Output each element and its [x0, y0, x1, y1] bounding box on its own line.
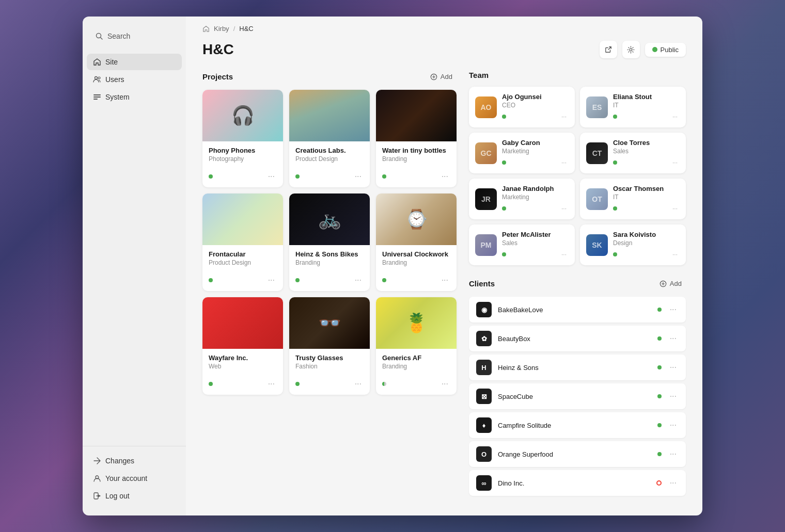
- project-card[interactable]: 👓 Trusty Glasses Fashion ···: [289, 297, 370, 395]
- project-card[interactable]: 🍍 Generics AF Branding ···: [376, 297, 457, 395]
- team-status-dot: [502, 206, 506, 211]
- team-role: Marketing: [502, 148, 569, 155]
- breadcrumb-parent[interactable]: Kirby: [214, 25, 229, 33]
- settings-button[interactable]: [622, 41, 640, 58]
- projects-add-button[interactable]: Add: [426, 71, 457, 83]
- project-card[interactable]: Creatious Labs. Product Design ···: [289, 90, 370, 187]
- team-more-button[interactable]: ···: [559, 158, 569, 167]
- team-footer: ···: [613, 250, 680, 259]
- team-card[interactable]: SK Sara Koivisto Design ···: [580, 224, 686, 265]
- project-more-button[interactable]: ···: [266, 171, 277, 182]
- project-more-button[interactable]: ···: [353, 171, 364, 182]
- team-footer: ···: [502, 204, 569, 213]
- project-name: Universal Clockwork: [382, 250, 450, 258]
- team-card[interactable]: GC Gaby Caron Marketing ···: [469, 133, 575, 173]
- team-footer: ···: [502, 250, 569, 259]
- team-status-dot: [613, 252, 617, 256]
- sidebar-item-system-label: System: [105, 93, 130, 101]
- client-row[interactable]: H Heinz & Sons ···: [469, 354, 686, 380]
- project-type: Branding: [382, 259, 450, 266]
- client-row[interactable]: O Orange Superfood ···: [469, 441, 686, 467]
- project-name: Frontacular: [209, 250, 277, 258]
- team-info: Peter McAlister Sales ···: [502, 231, 569, 259]
- project-thumbnail: [376, 90, 457, 141]
- project-type: Product Design: [295, 155, 364, 163]
- team-name: Ajo Ogunsei: [502, 93, 569, 101]
- project-card[interactable]: Frontacular Product Design ···: [202, 194, 283, 291]
- team-card[interactable]: AO Ajo Ogunsei CEO ···: [469, 87, 575, 127]
- client-more-button[interactable]: ···: [668, 420, 679, 431]
- clients-add-icon: [660, 280, 667, 287]
- project-more-button[interactable]: ···: [353, 378, 364, 390]
- team-more-button[interactable]: ···: [559, 204, 569, 213]
- client-more-button[interactable]: ···: [668, 304, 679, 315]
- project-more-button[interactable]: ···: [439, 378, 450, 390]
- team-more-button[interactable]: ···: [670, 250, 680, 259]
- project-info: Frontacular Product Design: [202, 245, 283, 271]
- client-row[interactable]: ◉ BakeBakeLove ···: [469, 297, 686, 323]
- status-label: Public: [661, 46, 679, 54]
- project-footer: ···: [202, 271, 283, 291]
- client-row[interactable]: ♦ Campfire Solitude ···: [469, 412, 686, 438]
- client-more-button[interactable]: ···: [668, 477, 679, 489]
- team-more-button[interactable]: ···: [670, 158, 680, 167]
- account-button[interactable]: Your account: [87, 470, 182, 487]
- client-status-dot: [657, 423, 662, 427]
- sidebar-item-users[interactable]: Users: [87, 71, 182, 88]
- team-card[interactable]: PM Peter McAlister Sales ···: [469, 224, 575, 265]
- main-content: Kirby / H&C H&C: [186, 17, 702, 515]
- client-row[interactable]: ∞ Dino Inc. ···: [469, 470, 686, 496]
- clients-add-button[interactable]: Add: [655, 278, 686, 289]
- changes-button[interactable]: Changes: [87, 453, 182, 469]
- team-card[interactable]: ES Eliana Stout IT ···: [580, 87, 686, 127]
- home-breadcrumb-icon: [202, 25, 210, 33]
- team-role: Sales: [502, 239, 569, 247]
- header-actions: Public: [600, 41, 686, 58]
- team-more-button[interactable]: ···: [670, 112, 680, 121]
- svg-rect-5: [93, 96, 101, 98]
- project-card[interactable]: 🎧 Phony Phones Photography ···: [202, 90, 283, 187]
- projects-add-label: Add: [441, 73, 452, 80]
- search-button[interactable]: Search: [87, 27, 182, 45]
- sidebar-item-system[interactable]: System: [87, 89, 182, 105]
- project-card[interactable]: ⌚ Universal Clockwork Branding ···: [376, 194, 457, 291]
- client-name: BeautyBox: [498, 335, 651, 343]
- clients-list: ◉ BakeBakeLove ··· ✿ BeautyBox ··· H Hei…: [469, 297, 686, 496]
- team-card[interactable]: CT Cloe Torres Sales ···: [580, 133, 686, 173]
- team-more-button[interactable]: ···: [670, 204, 680, 213]
- client-more-button[interactable]: ···: [668, 362, 679, 373]
- svg-point-3: [98, 77, 100, 79]
- project-card[interactable]: Wayfare Inc. Web ···: [202, 297, 283, 395]
- client-more-button[interactable]: ···: [668, 391, 679, 402]
- team-avatar: GC: [475, 142, 497, 164]
- project-more-button[interactable]: ···: [439, 171, 450, 182]
- team-name: Cloe Torres: [613, 139, 680, 147]
- team-info: Ajo Ogunsei CEO ···: [502, 93, 569, 121]
- project-more-button[interactable]: ···: [353, 275, 364, 286]
- team-card[interactable]: JR Janae Randolph Marketing ···: [469, 179, 575, 219]
- breadcrumb-current: H&C: [239, 25, 253, 33]
- status-badge[interactable]: Public: [645, 43, 686, 57]
- client-name: Dino Inc.: [498, 479, 650, 487]
- external-link-button[interactable]: [600, 41, 617, 58]
- project-card[interactable]: 🚲 Heinz & Sons Bikes Branding ···: [289, 194, 370, 291]
- team-footer: ···: [502, 158, 569, 167]
- client-row[interactable]: ⊠ SpaceCube ···: [469, 383, 686, 409]
- svg-point-9: [630, 49, 632, 51]
- sidebar-item-site[interactable]: Site: [87, 54, 182, 70]
- client-more-button[interactable]: ···: [668, 448, 679, 460]
- logout-button[interactable]: Log out: [87, 488, 182, 504]
- project-more-button[interactable]: ···: [266, 275, 277, 286]
- app-window: Search Site Users: [83, 17, 702, 515]
- team-avatar: CT: [586, 142, 608, 164]
- client-logo: ∞: [476, 475, 492, 491]
- logout-icon: [93, 492, 101, 500]
- team-card[interactable]: OT Oscar Thomsen IT ···: [580, 179, 686, 219]
- team-more-button[interactable]: ···: [559, 250, 569, 259]
- project-more-button[interactable]: ···: [439, 275, 450, 286]
- team-more-button[interactable]: ···: [559, 112, 569, 121]
- project-card[interactable]: Water in tiny bottles Branding ···: [376, 90, 457, 187]
- project-more-button[interactable]: ···: [266, 378, 277, 390]
- client-row[interactable]: ✿ BeautyBox ···: [469, 326, 686, 351]
- client-more-button[interactable]: ···: [668, 333, 679, 344]
